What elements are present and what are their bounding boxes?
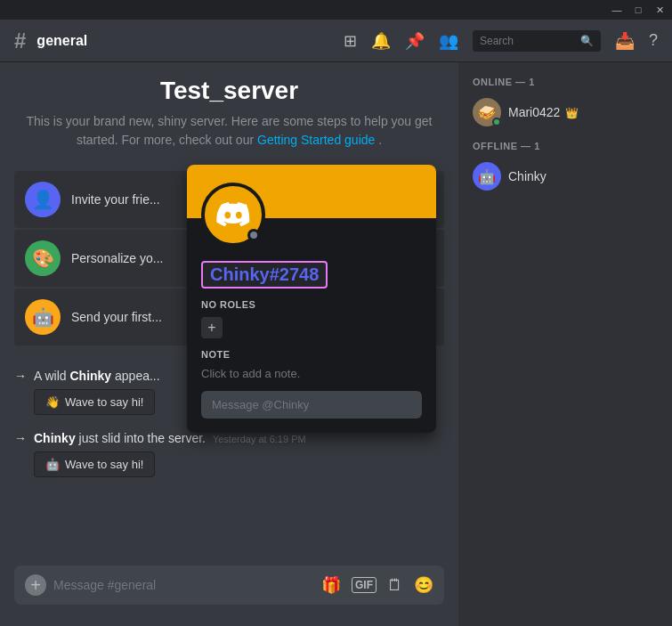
profile-banner xyxy=(187,165,436,218)
notification-bell-icon[interactable]: 🔔 xyxy=(371,31,391,51)
personalize-label: Personalize yo... xyxy=(71,251,164,265)
gift-icon[interactable]: 🎁 xyxy=(321,575,341,595)
offline-section-label: OFFLINE — 1 xyxy=(466,141,665,151)
server-name: Test_server xyxy=(14,77,444,105)
send-icon: 🤖 xyxy=(25,299,61,335)
invite-label: Invite your frie... xyxy=(71,192,160,207)
arrow-icon-1: → xyxy=(14,369,27,383)
profile-username: Chinky#2748 xyxy=(201,261,328,289)
message-content-2: Chinky just slid into the server. Yester… xyxy=(34,429,444,477)
gif-icon[interactable]: GIF xyxy=(352,577,376,593)
arrow-icon-2: → xyxy=(14,431,27,445)
add-role-button[interactable]: + xyxy=(201,317,223,338)
message-text-2: Chinky just slid into the server. Yester… xyxy=(34,431,306,445)
search-icon: 🔍 xyxy=(580,35,594,47)
member-name-mari0422: Mari0422 👑 xyxy=(508,105,579,119)
wave-label-2: Wave to say hi! xyxy=(65,458,143,471)
close-button[interactable]: ✕ xyxy=(654,4,665,15)
message-timestamp-2: Yesterday at 6:19 PM xyxy=(213,434,306,444)
input-icons: 🎁 GIF 🗒 😊 xyxy=(321,575,433,595)
profile-message-input[interactable]: Message @Chinky xyxy=(201,391,422,419)
channel-name: general xyxy=(36,33,87,49)
minimize-button[interactable]: — xyxy=(611,4,622,15)
no-roles-label: NO ROLES xyxy=(201,299,422,310)
channel-header: # general ⊞ 🔔 📌 👥 Search 🔍 📥 ? xyxy=(0,20,672,62)
message-input-bar: + Message #general 🎁 GIF 🗒 😊 xyxy=(14,565,444,605)
note-section: NOTE Click to add a note. xyxy=(201,349,422,380)
getting-started-link[interactable]: Getting Started guide xyxy=(257,133,375,147)
wave-label-1: Wave to say hi! xyxy=(65,395,143,409)
profile-popup: Chinky#2748 NO ROLES + NOTE Click to add… xyxy=(187,165,436,433)
pinned-messages-icon[interactable]: 📌 xyxy=(405,31,425,51)
avatar-image-chinky: 🤖 xyxy=(473,162,501,191)
message-input-area: + Message #general 🎁 GIF 🗒 😊 xyxy=(0,565,458,626)
channel-hash-icon: # xyxy=(14,28,26,53)
member-item-mari0422[interactable]: 🥪 Mari0422 👑 xyxy=(466,94,665,130)
crown-icon: 👑 xyxy=(565,107,579,119)
add-attachment-button[interactable]: + xyxy=(25,574,46,596)
wave-emoji-1: 👋 xyxy=(45,395,60,409)
member-item-chinky[interactable]: 🤖 Chinky xyxy=(466,159,665,194)
profile-body: Chinky#2748 NO ROLES + NOTE Click to add… xyxy=(187,218,436,433)
emoji-icon[interactable]: 😊 xyxy=(414,575,433,595)
send-label: Send your first... xyxy=(71,310,162,324)
sticker-icon[interactable]: 🗒 xyxy=(387,576,403,595)
member-list-icon[interactable]: 👥 xyxy=(439,31,458,51)
roles-section: NO ROLES + xyxy=(201,299,422,338)
members-sidebar: ONLINE — 1 🥪 Mari0422 👑 OFFLINE — 1 🤖 Ch… xyxy=(458,62,672,626)
note-click-text[interactable]: Click to add a note. xyxy=(201,367,422,380)
avatar-status-dot xyxy=(247,229,260,241)
online-status-indicator xyxy=(492,118,501,126)
message-input[interactable]: Message #general xyxy=(53,578,314,592)
member-name-chinky: Chinky xyxy=(508,169,547,183)
server-welcome: Test_server This is your brand new, shin… xyxy=(14,77,444,150)
personalize-icon: 🎨 xyxy=(25,240,61,276)
server-description: This is your brand new, shiny server. He… xyxy=(14,112,444,150)
help-icon[interactable]: ? xyxy=(649,31,658,50)
note-label: NOTE xyxy=(201,349,422,360)
wave-emoji-2: 🤖 xyxy=(45,458,60,471)
online-section-label: ONLINE — 1 xyxy=(466,77,665,87)
search-placeholder: Search xyxy=(480,35,514,47)
maximize-button[interactable]: □ xyxy=(633,4,644,15)
search-bar[interactable]: Search 🔍 xyxy=(473,30,601,52)
message-group-2: → Chinky just slid into the server. Yest… xyxy=(14,429,444,477)
message-text-1: A wild Chinky appea... xyxy=(34,369,160,383)
member-avatar-mari0422: 🥪 xyxy=(473,98,501,126)
profile-avatar-wrapper xyxy=(201,183,265,247)
invite-icon: 👤 xyxy=(25,182,61,217)
hashtag-threads-icon[interactable]: ⊞ xyxy=(344,31,357,51)
profile-avatar-circle xyxy=(201,183,265,247)
wave-button-2[interactable]: 🤖 Wave to say hi! xyxy=(34,451,155,477)
discord-logo-icon xyxy=(216,202,250,227)
wave-button-1[interactable]: 👋 Wave to say hi! xyxy=(34,389,155,415)
inbox-icon[interactable]: 📥 xyxy=(615,31,635,51)
header-icons: ⊞ 🔔 📌 👥 Search 🔍 📥 ? xyxy=(344,30,658,52)
title-bar: — □ ✕ xyxy=(0,0,672,20)
member-avatar-chinky: 🤖 xyxy=(473,162,501,191)
